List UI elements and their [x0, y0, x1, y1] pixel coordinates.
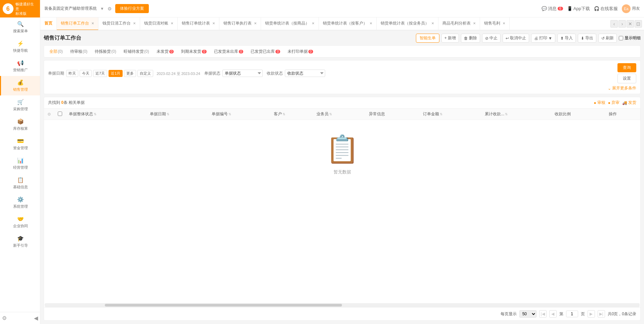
sub-tab-1[interactable]: 待审核(0) — [67, 47, 91, 56]
date-today-btn[interactable]: 今天 — [80, 70, 92, 77]
sidebar-item-4[interactable]: 🛒采购管理 — [0, 95, 40, 115]
scrollbar-thumb[interactable] — [105, 304, 342, 307]
user-menu-btn[interactable]: Ea 用友 — [622, 4, 640, 13]
tab-10[interactable]: 销售毛利✕ — [480, 17, 510, 30]
tab-3[interactable]: 钱货日清对账✕ — [140, 17, 178, 30]
tabs-next-btn[interactable]: › — [618, 20, 626, 28]
delete-btn[interactable]: 🗑 删除 — [461, 34, 480, 43]
sidebar-item-10[interactable]: 🤝企业协同 — [0, 212, 40, 232]
tab-close-1[interactable]: ✕ — [91, 22, 94, 25]
horizontal-scrollbar[interactable] — [45, 303, 640, 307]
cancel-stop-btn[interactable]: ↩ 取消中止 — [503, 34, 529, 43]
gear-icon[interactable]: ⚙ — [108, 6, 112, 11]
status-select[interactable]: 单据状态 — [222, 70, 263, 77]
collapse-icon[interactable]: ◀ — [34, 315, 38, 321]
tab-4[interactable]: 销售订单统计表✕ — [178, 17, 219, 30]
system-dropdown-btn[interactable]: ▼ — [100, 6, 104, 11]
tab-9[interactable]: 商品毛利分析表✕ — [438, 17, 480, 30]
sidebar-item-1[interactable]: ⚡快捷导航 — [0, 37, 40, 56]
tab-5[interactable]: 销售订单执行表✕ — [219, 17, 261, 30]
sub-tab-5[interactable]: 到期未发货0 — [178, 47, 210, 56]
col-checkbox-header[interactable] — [54, 109, 66, 120]
tab-close-5[interactable]: ✕ — [254, 22, 257, 25]
collection-select[interactable]: 收款状态 — [285, 70, 325, 77]
sidebar-item-8[interactable]: 📋基础信息 — [0, 173, 40, 193]
tabs-close-all-btn[interactable]: ✕ — [627, 20, 634, 28]
sidebar-item-7[interactable]: 📊经营管理 — [0, 154, 40, 173]
sidebar-item-2[interactable]: 📢营销推广 — [0, 56, 40, 76]
collection-filter: 收款状态 收款状态 — [267, 70, 325, 77]
sub-tab-6[interactable]: 已发货未出库0 — [211, 47, 247, 56]
tab-close-6[interactable]: ✕ — [312, 22, 314, 25]
tab-0[interactable]: 首页 — [40, 17, 57, 30]
audit-btn[interactable]: ● 审核 — [594, 100, 605, 106]
show-detail-label[interactable]: 显示明细 — [619, 35, 641, 41]
sub-tab-8[interactable]: 未打印单据0 — [284, 47, 316, 56]
sub-tab-4[interactable]: 未发货0 — [153, 47, 177, 56]
query-btn[interactable]: 查询 — [617, 63, 636, 72]
page-next-btn[interactable]: ▶ — [588, 310, 595, 318]
date-1month-btn[interactable]: 近1月 — [109, 70, 123, 77]
col-date[interactable]: 单据日期⇅ — [146, 109, 208, 120]
page-size-select[interactable]: 50 20 100 — [519, 310, 536, 318]
date-more-btn[interactable]: 更多 — [124, 70, 136, 77]
page-input[interactable] — [566, 311, 578, 317]
col-salesman[interactable]: 业务员⇅ — [313, 109, 366, 120]
unaudit-btn[interactable]: ● 弃审 — [608, 100, 619, 106]
tab-close-2[interactable]: ✕ — [133, 22, 136, 25]
sub-tab-7[interactable]: 已发货已出库0 — [247, 47, 284, 56]
industry-solution-btn[interactable]: 体验行业方案 — [115, 4, 149, 13]
col-amount[interactable]: 订单金额⇅ — [420, 109, 481, 120]
select-all-checkbox[interactable] — [58, 112, 62, 116]
sub-tab-3[interactable]: 旺铺待发货(0) — [120, 47, 153, 56]
tab-2[interactable]: 钱货日清工作台✕ — [98, 17, 140, 30]
cancel-icon: ↩ — [506, 36, 509, 41]
sidebar-item-3[interactable]: 💰销售管理 — [0, 76, 40, 95]
ship-btn[interactable]: 🚚 发货 — [622, 100, 636, 106]
page-title: 销售订单工作台 — [44, 35, 81, 42]
date-yesterday-btn[interactable]: 昨天 — [66, 70, 78, 77]
sidebar-item-6[interactable]: 💳资金管理 — [0, 134, 40, 154]
col-cumulative[interactable]: 累计收款...⇅ — [481, 109, 551, 120]
tab-close-7[interactable]: ✕ — [370, 22, 372, 25]
tabs-prev-btn[interactable]: ‹ — [610, 20, 618, 28]
ship-icon: 🚚 — [622, 100, 627, 105]
sidebar-item-9[interactable]: ⚙️系统管理 — [0, 193, 40, 212]
tab-close-3[interactable]: ✕ — [171, 22, 173, 25]
app-download-btn[interactable]: 📱 App下载 — [567, 6, 590, 12]
tab-close-10[interactable]: ✕ — [503, 22, 505, 25]
tab-6[interactable]: 销货单统计表（按商品）✕ — [261, 17, 319, 30]
tab-close-8[interactable]: ✕ — [431, 22, 434, 25]
tabs-fullscreen-btn[interactable]: ⊡ — [635, 20, 642, 28]
sub-tab-0[interactable]: 全部(0) — [46, 47, 66, 56]
tab-7[interactable]: 销货单统计表（按客户）✕ — [319, 17, 377, 30]
expand-conditions-btn[interactable]: ⌄ 展开更多条件 — [608, 85, 636, 91]
import-btn[interactable]: ⬆ 导入 — [557, 34, 576, 43]
date-custom-btn[interactable]: 自定义 — [137, 70, 153, 77]
print-btn[interactable]: 🖨 打印 ▼ — [531, 34, 555, 43]
col-customer[interactable]: 客户⇅ — [270, 109, 313, 120]
message-btn[interactable]: 💬 消息 6 — [542, 6, 563, 12]
stop-btn[interactable]: ⊘ 中止 — [482, 34, 501, 43]
show-detail-checkbox[interactable] — [619, 36, 623, 40]
add-btn[interactable]: + 新增 — [441, 34, 459, 43]
sub-tab-2[interactable]: 待拣验货(0) — [91, 47, 120, 56]
refresh-btn[interactable]: ↺ 刷新 — [598, 34, 617, 43]
settings-icon[interactable]: ⚙ — [2, 315, 7, 321]
page-last-btn[interactable]: ▶| — [598, 310, 605, 318]
col-number[interactable]: 单据编号⇅ — [208, 109, 270, 120]
tab-close-9[interactable]: ✕ — [473, 22, 476, 25]
tab-1[interactable]: 销售订单工作台✕ — [57, 17, 98, 30]
setting-btn[interactable]: 设置 — [617, 74, 636, 83]
page-prev-btn[interactable]: ◀ — [549, 310, 557, 318]
smart-create-btn[interactable]: 智能生单 — [416, 34, 439, 43]
page-first-btn[interactable]: |◀ — [539, 310, 547, 318]
tab-8[interactable]: 销货单统计表（按业务员）✕ — [377, 17, 438, 30]
sidebar-item-5[interactable]: 📦库存核算 — [0, 115, 40, 134]
tab-close-4[interactable]: ✕ — [212, 22, 215, 25]
sidebar-item-11[interactable]: 🎓新手引导 — [0, 232, 40, 251]
sidebar-item-0[interactable]: 🔍搜索菜单 — [0, 17, 40, 37]
date-7days-btn[interactable]: 近7天 — [93, 70, 107, 77]
export-btn[interactable]: ⬇ 导出 — [578, 34, 596, 43]
online-service-btn[interactable]: 🎧 在线客服 — [594, 6, 618, 12]
